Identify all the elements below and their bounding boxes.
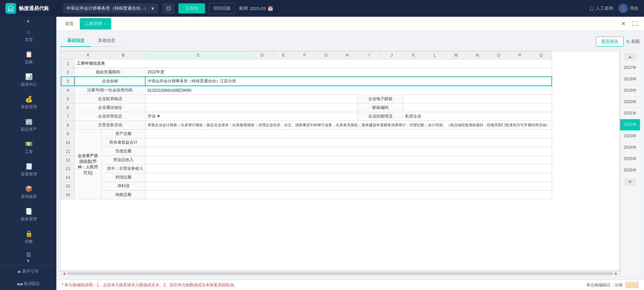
postcode-val[interactable] [403, 103, 552, 112]
tab-close-icon[interactable]: × [104, 21, 106, 26]
tab-basic[interactable]: 基础信息 [60, 35, 91, 47]
year-2020[interactable]: 2020年 [620, 96, 640, 108]
postcode-label: 邮政编码 [358, 103, 403, 112]
archive-icon: 🗄 [26, 252, 32, 257]
col-D[interactable]: D [252, 52, 273, 59]
regnum-val[interactable]: 91320100MA208E5W6K [145, 86, 552, 95]
col-C[interactable]: C [145, 52, 252, 59]
sidebar-item-assets[interactable]: 🏢 固定资产 [0, 114, 56, 136]
year-2026[interactable]: 2026年 [620, 165, 640, 176]
tab-gongshang[interactable]: 工商管理 × [80, 18, 111, 29]
sidebar-scroll-up[interactable]: ▲ [0, 17, 56, 24]
control-label: 企业控股情况 [358, 112, 403, 121]
workbench-button[interactable]: 工作台 [178, 3, 205, 13]
service-button[interactable]: 🎧 人工咨询 [589, 5, 613, 11]
main-layout: ▲ ⌂ 首页 📋 总账 📊 报表中心 💰 资金管理 🏢 固定资产 [0, 17, 644, 290]
year-2024[interactable]: 2024年 [620, 142, 640, 153]
debt-val[interactable] [145, 147, 552, 156]
year-2023[interactable]: 2023年 [620, 131, 640, 142]
sidebar-item-close[interactable]: 🔒 结账 [0, 226, 56, 248]
control-val[interactable]: 私营企业 [403, 112, 552, 121]
col-P[interactable]: P [509, 52, 530, 59]
edited-label: 单元格编辑过：示例 [586, 282, 623, 288]
headset-icon: 🎧 [589, 6, 594, 11]
sidebar-item-home[interactable]: ⌂ 首页 [0, 24, 56, 47]
horizontal-scrollbar[interactable]: ◀ ▶ [60, 271, 620, 276]
col-B[interactable]: B [101, 52, 145, 59]
revenue-val[interactable] [145, 156, 552, 164]
table-row: 6 企业通信地址 邮政编码 [61, 103, 552, 112]
col-K[interactable]: K [403, 52, 424, 59]
tab-home[interactable]: 首页 [60, 18, 78, 29]
year-2021[interactable]: 2021年 [620, 108, 640, 119]
sidebar-item-finance[interactable]: 💰 资金管理 [0, 91, 56, 114]
spreadsheet-container[interactable]: A B C D E F G H I J [60, 51, 620, 271]
sidebar-item-inventory[interactable]: 📦 库存核算 [0, 181, 56, 204]
biz-status-val[interactable]: 开业 ▼ [145, 112, 358, 121]
col-Q[interactable]: Q [530, 52, 552, 59]
col-A[interactable]: A [74, 52, 101, 59]
scroll-right-button[interactable]: ▶ [613, 271, 619, 276]
table-row: 3 企业名称 中审众环会计师事务所（特殊普通合伙）江苏分所 [61, 77, 552, 86]
year-2022[interactable]: 2022年 [620, 119, 640, 131]
sidebar-item-report[interactable]: 📊 报表中心 [0, 69, 56, 91]
year-2018[interactable]: 2018年 [620, 74, 640, 85]
tab-other[interactable]: 其他信息 [91, 35, 122, 47]
col-N[interactable]: N [467, 52, 488, 59]
refresh-button[interactable]: ↻ 刷新 [626, 39, 640, 45]
year-2025[interactable]: 2025年 [620, 153, 640, 165]
col-F[interactable]: F [294, 52, 315, 59]
col-J[interactable]: J [380, 52, 403, 59]
sidebar-scroll: ⌂ 首页 📋 总账 📊 报表中心 💰 资金管理 🏢 固定资产 💵 工资 [0, 24, 56, 257]
unpin-button[interactable]: ◀◀ 取消固定 [0, 278, 56, 290]
equity-val[interactable] [145, 138, 552, 147]
col-O[interactable]: O [488, 52, 509, 59]
year-sidebar: ▲ 2017年 2018年 2019年 2020年 2021年 2022年 20… [620, 51, 640, 276]
year-up-arrow[interactable]: ▲ [624, 53, 636, 60]
sidebar-scroll-down[interactable]: ▼ [0, 257, 56, 265]
email-val[interactable] [403, 95, 552, 103]
calendar-icon[interactable]: 📅 [268, 6, 273, 11]
col-H[interactable]: H [336, 52, 358, 59]
col-M[interactable]: M [445, 52, 467, 59]
scroll-left-button[interactable]: ◀ [61, 271, 67, 276]
total-assets-val[interactable] [145, 130, 552, 138]
tax-total-val[interactable] [145, 191, 552, 199]
sidebar-item-ledger[interactable]: 📋 总账 [0, 47, 56, 69]
header-right: 🎧 人工咨询 👤 用友 [589, 4, 639, 13]
col-G[interactable]: G [315, 52, 336, 59]
user-button[interactable]: 👤 用友 [619, 4, 639, 13]
table-row: 11 负债总额 [61, 147, 552, 156]
close-window-button[interactable]: ✕ [619, 19, 628, 28]
period-val[interactable]: 2022年度 [145, 68, 552, 77]
year-down-arrow[interactable]: ▼ [624, 178, 636, 186]
asset-status-merge: 企业资产状况信息(币种：人民币万元) [74, 130, 101, 199]
switch-version-button[interactable]: 切到旧版 [209, 3, 235, 14]
email-label: 企业电子邮箱 [358, 95, 403, 103]
home-icon: ⌂ [27, 28, 31, 35]
scrollbar-track[interactable] [67, 272, 613, 275]
year-2019[interactable]: 2019年 [620, 85, 640, 96]
sidebar-item-tax[interactable]: 📑 税务管理 [0, 204, 56, 226]
expand-window-button[interactable]: ⛶ [631, 19, 640, 28]
year-2017[interactable]: 2017年 [620, 62, 640, 74]
sidebar-item-salary[interactable]: 💵 工资 [0, 136, 56, 159]
sidebar-item-archive[interactable]: 🗄 归档管理 [0, 248, 56, 257]
copy-button[interactable] [162, 3, 174, 14]
address-val[interactable] [145, 103, 358, 112]
main-revenue-val[interactable] [145, 164, 552, 173]
table-row: 10 所有者权益合计 [61, 138, 552, 147]
period-value: 2023-03 [250, 6, 266, 11]
col-I[interactable]: I [358, 52, 380, 59]
phone-val[interactable] [145, 95, 358, 103]
col-E[interactable]: E [273, 52, 294, 59]
company-selector[interactable]: 中审众环会计师事务所（特殊普通合伙...） ▼ [63, 3, 158, 13]
sidebar-item-invoice[interactable]: 🧾 发票管理 [0, 159, 56, 181]
main-biz-val[interactable]: 审查企业会计报表；出具审计报告；验证企业资本；出具验资报告；办理企业合并、分立、… [145, 121, 552, 130]
net-profit-val[interactable] [145, 182, 552, 191]
col-L[interactable]: L [424, 52, 445, 59]
reset-report-button[interactable]: 重置报表 [596, 37, 624, 47]
profit-val[interactable] [145, 173, 552, 182]
company-name-val[interactable]: 中审众环会计师事务所（特殊普通合伙）江苏分所 [145, 77, 552, 86]
new-guide-button[interactable]: ▶ 新手引导 [0, 265, 56, 278]
